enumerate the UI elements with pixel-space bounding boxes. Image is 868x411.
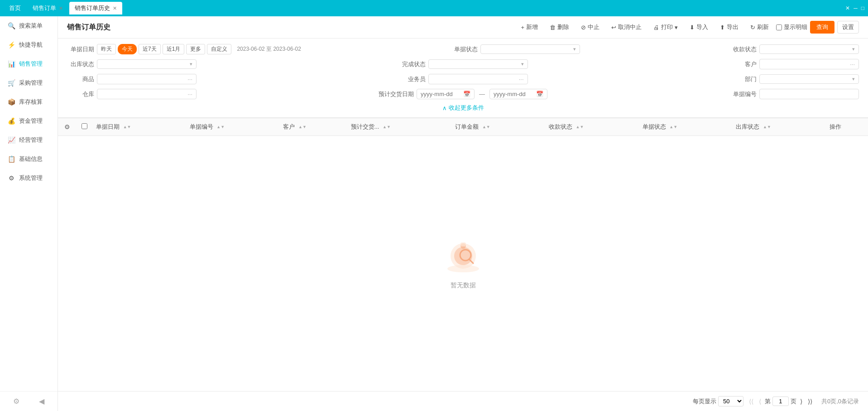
department-arrow-icon: ▾ bbox=[852, 76, 855, 82]
expected-date-from-input[interactable] bbox=[421, 91, 461, 97]
customer-dotdot-icon[interactable]: ··· bbox=[850, 61, 855, 68]
topbar-minimize-icon[interactable]: ─ bbox=[854, 5, 858, 11]
next-page-button[interactable]: ⟩ bbox=[798, 397, 804, 406]
date-btn-yesterday[interactable]: 昨天 bbox=[97, 44, 116, 54]
sidebar-item-operations[interactable]: 📈 经营管理 bbox=[0, 131, 58, 150]
table-settings-icon[interactable]: ⚙ bbox=[64, 123, 70, 131]
salesperson-dotdot-icon[interactable]: ··· bbox=[519, 76, 524, 82]
tab-home[interactable]: 首页 bbox=[4, 2, 26, 15]
last-page-button[interactable]: ⟩⟩ bbox=[806, 397, 814, 406]
outbound-status-select[interactable]: ▾ bbox=[97, 59, 197, 69]
bill-status-select[interactable]: ▾ bbox=[480, 44, 580, 54]
complete-status-select[interactable]: ▾ bbox=[428, 59, 528, 69]
sidebar-settings-icon[interactable]: ⚙ bbox=[13, 397, 19, 406]
date-btn-more[interactable]: 更多 bbox=[186, 44, 205, 54]
sidebar-item-purchase[interactable]: 🛒 采购管理 bbox=[0, 73, 58, 92]
sales-icon: 📊 bbox=[7, 60, 15, 68]
delete-button[interactable]: 🗑 删除 bbox=[545, 21, 574, 33]
cancel-stop-button[interactable]: ↩ 取消中止 bbox=[607, 21, 646, 33]
setting-button[interactable]: 设置 bbox=[837, 21, 859, 34]
table-header-number-label: 单据编号 bbox=[190, 123, 213, 130]
date-btn-today[interactable]: 今天 bbox=[118, 44, 137, 54]
calendar-from-icon[interactable]: 📅 bbox=[463, 91, 470, 97]
tab-sales-order-history[interactable]: 销售订单历史 ✕ bbox=[69, 2, 122, 15]
page-title: 销售订单历史 bbox=[67, 23, 110, 32]
sidebar-item-inventory[interactable]: 📦 库存核算 bbox=[0, 92, 58, 111]
sidebar-item-quicknav[interactable]: ⚡ 快捷导航 bbox=[0, 35, 58, 54]
table-header-customer[interactable]: 客户 ▲▼ bbox=[279, 118, 347, 136]
goods-label: 商品 bbox=[67, 75, 94, 83]
collapse-button[interactable]: ∧ 收起更多条件 bbox=[67, 104, 859, 112]
quicknav-icon: ⚡ bbox=[7, 41, 15, 49]
prev-page-button[interactable]: ⟨ bbox=[757, 397, 763, 406]
print-button[interactable]: 🖨 打印 ▾ bbox=[649, 21, 682, 33]
payment-status-select[interactable]: ▾ bbox=[759, 44, 859, 54]
export-button[interactable]: ⬆ 导出 bbox=[715, 21, 743, 33]
table-header-date[interactable]: 单据日期 ▲▼ bbox=[92, 118, 186, 136]
warehouse-dotdot-icon[interactable]: ··· bbox=[187, 91, 192, 97]
department-label: 部门 bbox=[729, 75, 757, 83]
table-footer: 每页显示 10 20 50 100 ⟨⟨ ⟨ 第 页 ⟩ ⟩⟩ 共0页,0条记录 bbox=[58, 391, 868, 411]
sidebar-item-basic-info[interactable]: 📋 基础信息 bbox=[0, 150, 58, 169]
table-header-action: 操作 bbox=[826, 118, 868, 136]
date-range-display: 2023-06-02 至 2023-06-02 bbox=[237, 45, 301, 53]
table-header-number[interactable]: 单据编号 ▲▼ bbox=[186, 118, 280, 136]
customer-input[interactable] bbox=[763, 61, 846, 68]
payment-status-label: 收款状态 bbox=[729, 45, 757, 53]
department-select[interactable]: ▾ bbox=[759, 74, 859, 84]
topbar-maximize-icon[interactable]: □ bbox=[861, 5, 864, 11]
date-btn-7days[interactable]: 近7天 bbox=[139, 44, 161, 54]
table-header-amount-label: 订单金额 bbox=[455, 123, 479, 130]
table-header-amount[interactable]: 订单金额 ▲▼ bbox=[451, 118, 545, 136]
per-page-wrap: 每页显示 10 20 50 100 bbox=[693, 396, 743, 406]
pagination: ⟨⟨ ⟨ 第 页 ⟩ ⟩⟩ bbox=[747, 396, 814, 406]
print-icon: 🖨 bbox=[653, 24, 659, 31]
sidebar-item-system[interactable]: ⚙ 系统管理 bbox=[0, 169, 58, 188]
first-page-button[interactable]: ⟨⟨ bbox=[747, 397, 755, 406]
table-header-bill-status[interactable]: 单据状态 ▲▼ bbox=[639, 118, 733, 136]
search-icon: 🔍 bbox=[7, 22, 15, 30]
goods-input[interactable] bbox=[101, 76, 184, 82]
tab-sales-order-close[interactable]: ✕ bbox=[59, 5, 63, 11]
bill-number-input[interactable] bbox=[763, 91, 855, 97]
table-header-expected-date[interactable]: 预计交货... ▲▼ bbox=[347, 118, 452, 136]
topbar-close-icon[interactable]: ✕ bbox=[845, 5, 850, 11]
basic-info-icon: 📋 bbox=[7, 155, 15, 163]
tab-sales-order[interactable]: 销售订单 ✕ bbox=[27, 2, 68, 15]
warehouse-input[interactable] bbox=[101, 91, 184, 97]
print-label: 打印 bbox=[661, 23, 673, 31]
sidebar-item-system-label: 系统管理 bbox=[19, 174, 43, 182]
svg-rect-6 bbox=[460, 242, 466, 246]
show-detail-checkbox[interactable]: 显示明细 bbox=[776, 23, 807, 31]
expected-date-sort-icon: ▲▼ bbox=[383, 125, 391, 129]
date-btn-custom[interactable]: 自定义 bbox=[207, 44, 231, 54]
date-label: 单据日期 bbox=[67, 45, 94, 53]
sidebar-item-sales[interactable]: 📊 销售管理 bbox=[0, 54, 58, 73]
stop-button[interactable]: ⊘ 中止 bbox=[576, 21, 604, 33]
salesperson-input[interactable] bbox=[432, 76, 515, 82]
table-select-all-checkbox[interactable] bbox=[82, 123, 87, 129]
expected-date-item: 预计交货日期 📅 — 📅 bbox=[379, 89, 547, 99]
table-header-bill-status-label: 单据状态 bbox=[643, 123, 666, 130]
refresh-button[interactable]: ↻ 刷新 bbox=[746, 21, 773, 33]
import-button[interactable]: ⬇ 导入 bbox=[685, 21, 713, 33]
page-number-input[interactable] bbox=[772, 396, 789, 406]
expected-date-to-input[interactable] bbox=[494, 91, 534, 97]
calendar-to-icon[interactable]: 📅 bbox=[536, 91, 543, 97]
add-button[interactable]: + 新增 bbox=[516, 21, 542, 33]
table-header-outbound-status[interactable]: 出库状态 ▲▼ bbox=[732, 118, 826, 136]
goods-dotdot-icon[interactable]: ··· bbox=[187, 76, 192, 82]
query-button[interactable]: 查询 bbox=[810, 21, 834, 34]
table-header-payment-status[interactable]: 收款状态 ▲▼ bbox=[545, 118, 639, 136]
show-detail-input[interactable] bbox=[776, 24, 782, 30]
tab-sales-order-history-close[interactable]: ✕ bbox=[113, 5, 117, 11]
sidebar-item-search[interactable]: 🔍 搜索菜单 bbox=[0, 16, 58, 35]
cancel-stop-icon: ↩ bbox=[611, 24, 616, 31]
date-btn-1month[interactable]: 近1月 bbox=[163, 44, 185, 54]
bill-number-input-wrap bbox=[759, 89, 859, 99]
sidebar-item-finance[interactable]: 💰 资金管理 bbox=[0, 111, 58, 131]
per-page-select[interactable]: 10 20 50 100 bbox=[718, 396, 743, 406]
sidebar-item-operations-label: 经营管理 bbox=[19, 136, 43, 144]
table-header-customer-label: 客户 bbox=[283, 123, 295, 130]
sidebar-collapse-icon[interactable]: ◀ bbox=[39, 397, 44, 406]
